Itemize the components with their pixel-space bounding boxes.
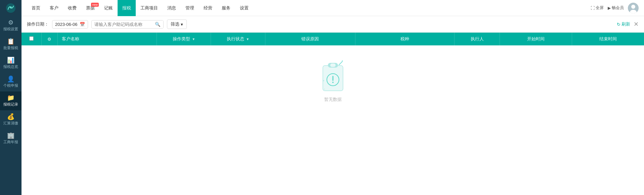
- empty-illustration: [316, 59, 350, 92]
- chevron-down-icon: ▾: [181, 22, 183, 27]
- svg-point-1: [10, 6, 12, 8]
- sidebar-item-tax-records[interactable]: 📁 报税记录: [0, 91, 22, 110]
- sort-icon-exec-status: ▼: [246, 37, 249, 41]
- topbar-right: ⛶ 全屏 ▶ 畅会员: [591, 3, 639, 13]
- sidebar-item-individual-tax[interactable]: 👤 个税申报: [0, 73, 22, 91]
- sidebar-item-tax-summary[interactable]: 📊 报税总览: [0, 54, 22, 73]
- new-badge-invoice: new: [91, 3, 99, 7]
- content: 操作日期： 2023-06-06 📅 🔍 筛选 ▾ ↻ 刷新 ✕: [22, 16, 644, 195]
- th-err-reason: 错误原因: [265, 33, 355, 45]
- fullscreen-btn[interactable]: ⛶ 全屏: [591, 5, 604, 11]
- search-wrap: 🔍: [91, 20, 164, 29]
- table-header-row: ⚙ 客户名称 操作类型 ▼ 执行状态 ▼ 错误原因 税种 执行人 开始时间 结束…: [22, 33, 644, 45]
- fullscreen-icon: ⛶: [591, 6, 595, 10]
- nav-bar: 首页客户收费票据new记账报税工商项目消息管理经营服务设置: [27, 0, 591, 16]
- individual-tax-icon: 👤: [7, 76, 14, 82]
- nav-item-billing[interactable]: 收费: [63, 0, 81, 16]
- fullscreen-label: 全屏: [596, 5, 604, 11]
- date-label: 操作日期：: [27, 21, 49, 27]
- svg-point-10: [332, 82, 334, 83]
- tax-settings-icon: ⚙: [8, 20, 13, 26]
- th-checkbox: [22, 33, 41, 45]
- th-client-name: 客户名称: [57, 33, 157, 45]
- svg-point-13: [323, 80, 324, 81]
- nav-item-settings[interactable]: 设置: [235, 0, 253, 16]
- empty-state: 暂无数据: [22, 45, 644, 116]
- avatar[interactable]: [628, 3, 639, 13]
- tax-summary-icon: 📊: [7, 57, 14, 63]
- tax-records-icon: 📁: [7, 95, 14, 101]
- th-end-time: 结束时间: [572, 33, 644, 45]
- nav-item-management[interactable]: 管理: [181, 0, 199, 16]
- batch-tax-icon: 📋: [7, 38, 14, 44]
- filter-label: 筛选: [171, 21, 179, 27]
- refresh-label: 刷新: [621, 21, 630, 27]
- nav-item-business[interactable]: 工商项目: [136, 0, 163, 16]
- member-btn[interactable]: ▶ 畅会员: [608, 5, 624, 11]
- nav-item-service[interactable]: 服务: [217, 0, 235, 16]
- topbar: 首页客户收费票据new记账报税工商项目消息管理经营服务设置 ⛶ 全屏 ▶ 畅会员: [22, 0, 644, 16]
- th-start-time: 开始时间: [500, 33, 572, 45]
- search-input[interactable]: [92, 21, 152, 28]
- svg-rect-7: [330, 64, 336, 67]
- date-picker[interactable]: 2023-06-06 📅: [52, 20, 88, 29]
- app-logo: [0, 0, 22, 16]
- svg-line-11: [339, 62, 342, 65]
- refresh-icon: ↻: [617, 22, 620, 27]
- th-op-type[interactable]: 操作类型 ▼: [157, 33, 211, 45]
- nav-item-tax[interactable]: 报税: [118, 0, 136, 16]
- toolbar-actions: ↻ 刷新 ✕: [617, 21, 639, 27]
- sidebar-item-annual-report[interactable]: 🏢 工商年报: [0, 129, 22, 148]
- tax-settings-label: 报税设置: [3, 27, 18, 31]
- table-wrap: ⚙ 客户名称 操作类型 ▼ 执行状态 ▼ 错误原因 税种 执行人 开始时间 结束…: [22, 33, 644, 195]
- settlement-icon: 💰: [7, 114, 14, 120]
- select-all-checkbox[interactable]: [29, 36, 34, 41]
- svg-point-3: [631, 5, 635, 9]
- svg-point-14: [324, 89, 325, 90]
- member-icon: ▶: [608, 6, 611, 10]
- calendar-icon: 📅: [80, 22, 85, 27]
- empty-text: 暂无数据: [324, 96, 342, 103]
- batch-tax-label: 批量报税: [3, 46, 18, 50]
- sidebar-item-tax-settings[interactable]: ⚙ 报税设置: [0, 16, 22, 35]
- main-area: 首页客户收费票据new记账报税工商项目消息管理经营服务设置 ⛶ 全屏 ▶ 畅会员: [22, 0, 644, 195]
- th-executor: 执行人: [455, 33, 500, 45]
- individual-tax-label: 个税申报: [3, 83, 18, 88]
- nav-item-invoice[interactable]: 票据new: [81, 0, 99, 16]
- search-button[interactable]: 🔍: [152, 21, 163, 28]
- sort-icon-op-type: ▼: [192, 37, 195, 41]
- filter-button[interactable]: 筛选 ▾: [167, 20, 187, 29]
- th-tax-type: 税种: [355, 33, 455, 45]
- member-label: 畅会员: [612, 5, 624, 11]
- sidebar-item-settlement[interactable]: 💰 汇算清缴: [0, 110, 22, 129]
- tax-summary-label: 报税总览: [3, 65, 18, 69]
- nav-item-accounting[interactable]: 记账: [99, 0, 118, 16]
- annual-report-icon: 🏢: [7, 132, 14, 139]
- sidebar: ⚙ 报税设置 📋 批量报税 📊 报税总览 👤 个税申报 📁 报税记录 💰 汇算清…: [0, 0, 22, 195]
- nav-item-finance[interactable]: 经营: [199, 0, 217, 16]
- nav-item-home[interactable]: 首页: [27, 0, 45, 16]
- refresh-button[interactable]: ↻ 刷新: [617, 21, 630, 27]
- sidebar-item-batch-tax[interactable]: 📋 批量报税: [0, 35, 22, 54]
- date-value: 2023-06-06: [55, 22, 78, 27]
- close-button[interactable]: ✕: [634, 21, 639, 27]
- settlement-label: 汇算清缴: [3, 121, 18, 125]
- nav-item-message[interactable]: 消息: [163, 0, 181, 16]
- toolbar: 操作日期： 2023-06-06 📅 🔍 筛选 ▾ ↻ 刷新 ✕: [22, 16, 644, 33]
- close-icon: ✕: [634, 21, 639, 28]
- svg-marker-12: [342, 60, 343, 62]
- th-settings[interactable]: ⚙: [41, 33, 57, 45]
- nav-item-client[interactable]: 客户: [45, 0, 63, 16]
- annual-report-label: 工商年报: [3, 140, 18, 144]
- data-table: ⚙ 客户名称 操作类型 ▼ 执行状态 ▼ 错误原因 税种 执行人 开始时间 结束…: [22, 33, 644, 45]
- th-exec-status[interactable]: 执行状态 ▼: [211, 33, 265, 45]
- tax-records-label: 报税记录: [3, 102, 18, 107]
